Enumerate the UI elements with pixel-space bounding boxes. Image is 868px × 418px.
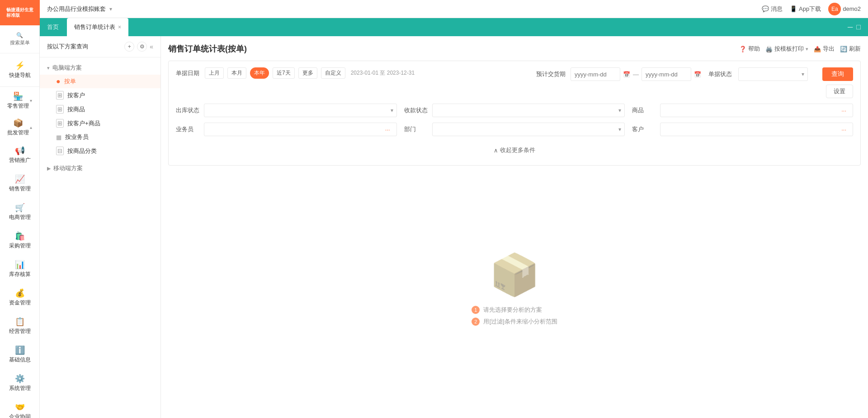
sidebar-item-quick-nav[interactable]: ⚡ 快捷导航: [2, 56, 38, 84]
tab-sales-stats[interactable]: 销售订单统计表 ×: [67, 18, 128, 36]
scheme-group-mobile[interactable]: ▶ 移动端方案: [40, 162, 160, 175]
left-panel-header: 按以下方案查询 + ⚙ «: [40, 36, 160, 57]
export-label: 导出: [823, 45, 835, 53]
help-button[interactable]: ❓ 帮助: [739, 45, 760, 53]
scheme-grid-icon-3: ⊞: [56, 119, 64, 128]
add-scheme-button[interactable]: +: [124, 42, 134, 52]
calendar-start-icon[interactable]: 📅: [623, 71, 630, 78]
hint-num-2: 2: [472, 318, 480, 326]
tab-home-label: 首页: [47, 23, 59, 31]
date-more-button[interactable]: 更多: [298, 67, 317, 79]
user-profile-button[interactable]: Ea demo2: [828, 3, 861, 15]
empty-illustration: 📦: [489, 251, 540, 299]
date-separator: —: [633, 71, 639, 78]
date-7days-button[interactable]: 近7天: [273, 67, 295, 79]
sidebar-item-ecommerce[interactable]: 🛒 电商管理: [2, 198, 38, 226]
collapse-label: 收起更多条件: [500, 146, 535, 154]
scheme-item-0[interactable]: ● 按单: [40, 75, 160, 88]
sidebar-item-basic[interactable]: ℹ️ 基础信息: [2, 341, 38, 368]
scheme-bar-icon-4: ▦: [56, 134, 61, 141]
scheme-group-desktop[interactable]: ▾ 电脑端方案: [40, 61, 160, 75]
purchase-icon: 🛍️: [15, 231, 25, 241]
sidebar-item-sales[interactable]: 📈 销售管理: [2, 170, 38, 197]
scheme-item-label-0: 按单: [64, 77, 76, 86]
scheme-item-label-3: 按客户+商品: [67, 119, 100, 128]
dept-label: 部门: [404, 125, 429, 133]
goods-more-button[interactable]: ···: [839, 107, 849, 114]
sidebar-search-section: 🔍 搜索菜单: [0, 25, 39, 53]
export-icon: 📤: [814, 46, 821, 52]
sidebar-item-system[interactable]: ⚙️ 系统管理: [2, 369, 38, 397]
date-custom-button[interactable]: 自定义: [321, 67, 345, 79]
salesperson-label: 业务员: [176, 125, 201, 133]
retail-icon: 🏪: [13, 91, 23, 101]
header-right: 💬 消息 📱 App下载 Ea demo2: [762, 3, 861, 15]
customer-more-button[interactable]: ···: [839, 126, 849, 133]
left-panel: 按以下方案查询 + ⚙ « ▾ 电脑端方案 ● 按单 ⊞: [40, 36, 161, 418]
window-controls: ─ □: [848, 23, 868, 31]
empty-hint-2: 2 用[过滤]条件来缩小分析范围: [472, 318, 557, 326]
scheme-item-1[interactable]: ⊞ 按客户: [40, 88, 160, 102]
user-name: demo2: [843, 5, 861, 12]
search-menu-button[interactable]: 🔍 搜索菜单: [4, 30, 36, 48]
refresh-button[interactable]: 🔄 刷新: [840, 45, 861, 53]
expected-date-start-input[interactable]: [571, 67, 620, 81]
tab-close-icon[interactable]: ×: [118, 24, 121, 30]
print-button[interactable]: 🖨️ 按模板打印 ▾: [765, 45, 808, 53]
date-this-year-button[interactable]: 本年: [250, 67, 269, 79]
settings-scheme-button[interactable]: ⚙: [137, 42, 147, 52]
header-left: 办公用品行业模拟账套 ▾: [47, 5, 112, 13]
ship-status-select[interactable]: [204, 104, 397, 117]
dept-select[interactable]: [432, 123, 625, 136]
export-button[interactable]: 📤 导出: [814, 45, 835, 53]
page-title: 销售订单统计表(按单): [168, 43, 247, 54]
sidebar-item-retail[interactable]: 🏪 零售管理 ▾: [2, 88, 38, 114]
sidebar-item-finance[interactable]: 💰 资金管理: [2, 284, 38, 311]
scheme-grid-icon-1: ⊞: [56, 91, 64, 100]
window-minimize-button[interactable]: ─: [848, 23, 853, 31]
collapse-button[interactable]: ∧ 收起更多条件: [494, 146, 535, 154]
date-last-month-button[interactable]: 上月: [205, 67, 224, 79]
date-this-month-button[interactable]: 本月: [227, 67, 246, 79]
main-area: 办公用品行业模拟账套 ▾ 💬 消息 📱 App下载 Ea demo2 首页 销售…: [40, 0, 868, 418]
message-button[interactable]: 💬 消息: [762, 5, 783, 13]
order-status-select[interactable]: [738, 67, 808, 81]
scheme-item-4[interactable]: ▦ 按业务员: [40, 130, 160, 144]
scheme-group-arrow: ▾: [47, 65, 50, 71]
settings-button[interactable]: 设置: [826, 85, 853, 98]
filter-area: 单据日期 上月 本月 本年 近7天 更多 自定义 2023-01-01 至 20…: [168, 61, 861, 166]
scheme-item-2[interactable]: ⊞ 按商品: [40, 102, 160, 116]
scheme-item-5[interactable]: ⊟ 按商品分类: [40, 144, 160, 158]
sidebar-item-operations[interactable]: 📋 经营管理: [2, 312, 38, 340]
sidebar-item-marketing[interactable]: 📢 营销推广: [2, 141, 38, 169]
sidebar-item-wholesale[interactable]: 📦 批发管理 ▴: [2, 114, 38, 140]
sidebar-item-inventory[interactable]: 📊 库存核算: [2, 255, 38, 283]
calendar-end-icon[interactable]: 📅: [694, 71, 701, 78]
salesperson-more-button[interactable]: ···: [382, 126, 393, 133]
pay-status-select[interactable]: [432, 104, 625, 117]
refresh-icon: 🔄: [840, 46, 847, 52]
logo-text: 畅捷通好生意 标准版: [6, 7, 33, 18]
customer-label: 客户: [632, 125, 657, 133]
scheme-item-3[interactable]: ⊞ 按客户+商品: [40, 116, 160, 130]
expected-date-end-input[interactable]: [642, 67, 691, 81]
sidebar-item-purchase[interactable]: 🛍️ 采购管理: [2, 227, 38, 254]
query-button[interactable]: 查询: [822, 67, 853, 81]
sales-icon: 📈: [15, 174, 25, 184]
scheme-group-label: 电脑端方案: [52, 64, 82, 72]
workspace-arrow-icon[interactable]: ▾: [109, 6, 112, 12]
window-maximize-button[interactable]: □: [856, 23, 861, 31]
sidebar-item-enterprise[interactable]: 🤝 企业协同: [2, 398, 38, 418]
inventory-icon: 📊: [15, 260, 25, 270]
message-label: 消息: [771, 5, 783, 13]
wholesale-icon: 📦: [13, 118, 23, 128]
workspace-title: 办公用品行业模拟账套: [47, 5, 106, 13]
collapse-panel-button[interactable]: «: [150, 43, 153, 50]
refresh-label: 刷新: [849, 45, 861, 53]
scheme-item-label-1: 按客户: [67, 91, 85, 100]
tab-home[interactable]: 首页: [40, 18, 66, 36]
goods-label: 商品: [632, 106, 657, 114]
left-panel-actions: + ⚙ «: [124, 42, 153, 52]
app-download-label: App下载: [799, 5, 821, 13]
app-download-button[interactable]: 📱 App下载: [790, 5, 821, 13]
